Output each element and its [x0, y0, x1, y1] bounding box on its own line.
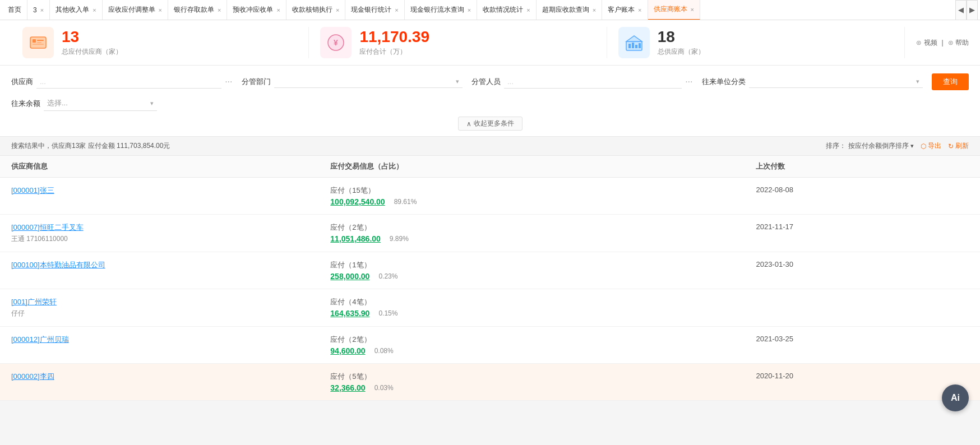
help-link[interactable]: ⊙ 帮助 [948, 38, 969, 48]
nav-prev-button[interactable]: ◀ [955, 0, 967, 20]
trans-info-2: 应付（1笔） 258,000.00 0.23% [330, 260, 756, 281]
supplier-link-4[interactable]: [000012]广州贝瑞 [11, 335, 330, 345]
nav-tab-overdue-query[interactable]: 超期应收款查询 × [537, 0, 602, 20]
query-button[interactable]: 查询 [932, 73, 969, 90]
close-icon[interactable]: × [40, 7, 44, 13]
svg-rect-1 [33, 39, 36, 43]
person-dots-icon[interactable]: ··· [685, 77, 692, 87]
nav-tab-home[interactable]: 首页 [2, 0, 27, 20]
export-button[interactable]: ⬡ 导出 [921, 141, 941, 151]
trans-amount-2[interactable]: 258,000.00 [330, 272, 369, 281]
nav-tab-cash-bank-stats[interactable]: 现金银行统计 × [345, 0, 404, 20]
close-icon[interactable]: × [468, 7, 471, 13]
trans-amount-0[interactable]: 100,092,540.00 [330, 197, 385, 206]
summary-card-payable-total: ¥ 11,170.39 应付合计（万） [309, 27, 607, 58]
close-icon[interactable]: × [638, 7, 641, 13]
svg-marker-12 [626, 36, 642, 41]
nav-next-button[interactable]: ▶ [967, 0, 978, 20]
nav-tab-customer-ledger[interactable]: 客户账本 × [602, 0, 648, 20]
close-icon[interactable]: × [93, 7, 96, 13]
balance-select[interactable]: 选择... ▾ [44, 96, 157, 111]
nav-tab-customer-ledger-label: 客户账本 [608, 5, 635, 15]
close-icon[interactable]: × [159, 7, 162, 13]
result-bar-right: 排序： 按应付余额倒序排序 ▾ ⬡ 导出 ↻ 刷新 [826, 141, 969, 151]
table-row: [000001]张三 应付（15笔） 100,092,540.00 89.61%… [0, 178, 980, 215]
export-label: 导出 [928, 141, 941, 151]
table-header: 供应商信息 应付交易信息（占比） 上次付数 [0, 156, 980, 178]
nav-tab-home-label: 首页 [8, 5, 21, 15]
close-icon[interactable]: × [395, 7, 398, 13]
refresh-label: 刷新 [955, 141, 969, 151]
supplier-info-5: [000002]李四 [11, 372, 330, 382]
nav-tab-cash-flow[interactable]: 现金银行流水查询 × [405, 0, 477, 20]
trans-row-3: 164,635.90 0.15% [330, 309, 756, 318]
trans-amount-1[interactable]: 11,051,486.00 [330, 234, 381, 243]
refresh-icon: ↻ [948, 142, 954, 150]
summary-bar: 13 总应付供应商（家） ¥ 11,170.39 应付合计（万） [0, 20, 980, 66]
close-icon[interactable]: × [691, 6, 694, 13]
filter-dept: 分管部门 ▾ [242, 76, 463, 88]
collapse-label: 收起更多条件 [474, 119, 514, 128]
top-navigation: 首页 3 × 其他收入单 × 应收应付调整单 × 银行存取款单 × 预收冲应收单… [0, 0, 980, 20]
video-link[interactable]: ⊙ 视频 [916, 38, 937, 48]
svg-rect-9 [632, 43, 634, 48]
summary-card-total-suppliers: 18 总供应商（家） [607, 27, 905, 58]
supplier-link-5[interactable]: [000002]李四 [11, 372, 330, 382]
table-row: [000002]李四 应付（5笔） 32,366.00 0.03% 2020-1… [0, 364, 980, 401]
dept-select[interactable]: ▾ [274, 76, 463, 88]
nav-tab-ap-adjust[interactable]: 应收应付调整单 × [103, 0, 168, 20]
nav-tab-collection-stats[interactable]: 收款情况统计 × [477, 0, 536, 20]
trans-amount-5[interactable]: 32,366.00 [330, 383, 365, 392]
supplier-link-0[interactable]: [000001]张三 [11, 186, 330, 196]
trans-amount-3[interactable]: 164,635.90 [330, 309, 369, 318]
trans-percent-2: 0.23% [378, 272, 397, 280]
supplier-link-2[interactable]: [000100]本特勤油品有限公司 [11, 260, 330, 270]
supplier-info-4: [000012]广州贝瑞 [11, 335, 330, 345]
trans-type-1: 应付（2笔） [330, 222, 756, 233]
refresh-button[interactable]: ↻ 刷新 [948, 141, 969, 151]
supplier-dots-icon[interactable]: ··· [225, 77, 232, 87]
close-icon[interactable]: × [593, 7, 596, 13]
payable-suppliers-label: 总应付供应商（家） [62, 47, 122, 57]
trans-row-5: 32,366.00 0.03% [330, 383, 756, 392]
trans-info-5: 应付（5笔） 32,366.00 0.03% [330, 372, 756, 392]
close-icon[interactable]: × [218, 7, 221, 13]
nav-arrows: ◀ ▶ [955, 0, 978, 20]
supplier-input[interactable] [36, 75, 221, 89]
nav-tab-supplier-ledger[interactable]: 供应商账本 × [648, 0, 700, 20]
separator: | [942, 39, 944, 47]
supplier-link-3[interactable]: [001]广州荣轩 [11, 297, 330, 307]
table-row: [000012]广州贝瑞 应付（2笔） 94,600.00 0.08% 2021… [0, 327, 980, 364]
nav-tab-collection[interactable]: 收款核销执行 × [286, 0, 345, 20]
trans-row-1: 11,051,486.00 9.89% [330, 234, 756, 243]
nav-tab-other-income[interactable]: 其他收入单 × [50, 0, 102, 20]
nav-tab-advance-collect[interactable]: 预收冲应收单 × [227, 0, 286, 20]
trans-amount-4[interactable]: 94,600.00 [330, 346, 365, 355]
svg-rect-2 [37, 40, 44, 41]
category-select[interactable]: ▾ [749, 76, 923, 88]
nav-tab-3[interactable]: 3 × [27, 0, 50, 20]
close-icon[interactable]: × [276, 7, 280, 13]
trans-info-3: 应付（4笔） 164,635.90 0.15% [330, 297, 756, 318]
chevron-down-icon-sort: ▾ [910, 142, 914, 149]
payable-total-label: 应付合计（万） [359, 47, 429, 57]
nav-tab-bank-deposit[interactable]: 银行存取款单 × [168, 0, 227, 20]
sort-label: 排序： 按应付余额倒序排序 ▾ [826, 141, 914, 151]
supplier-link-1[interactable]: [000007]恒旺二手叉车 [11, 222, 330, 233]
col-header-last-pay: 上次付数 [756, 161, 969, 171]
trans-percent-4: 0.08% [375, 347, 394, 355]
sort-select[interactable]: 按应付余额倒序排序 [848, 142, 909, 150]
total-suppliers-count: 18 [658, 29, 705, 45]
supplier-info-1: [000007]恒旺二手叉车 王通 17106110000 [11, 222, 330, 244]
filter-supplier: 供应商 ··· [11, 75, 233, 89]
payable-total-amount: 11,170.39 [359, 29, 429, 45]
col-header-trans: 应付交易信息（占比） [330, 161, 756, 171]
nav-tab-advance-collect-label: 预收冲应收单 [233, 5, 273, 15]
collapse-button[interactable]: ∧ 收起更多条件 [458, 117, 523, 131]
supplier-info-3: [001]广州荣轩 仔仔 [11, 297, 330, 318]
person-input[interactable] [504, 75, 682, 89]
total-suppliers-icon [618, 27, 650, 58]
close-icon[interactable]: × [336, 7, 339, 13]
close-icon[interactable]: × [526, 7, 530, 13]
chevron-down-icon: ▾ [456, 78, 459, 85]
